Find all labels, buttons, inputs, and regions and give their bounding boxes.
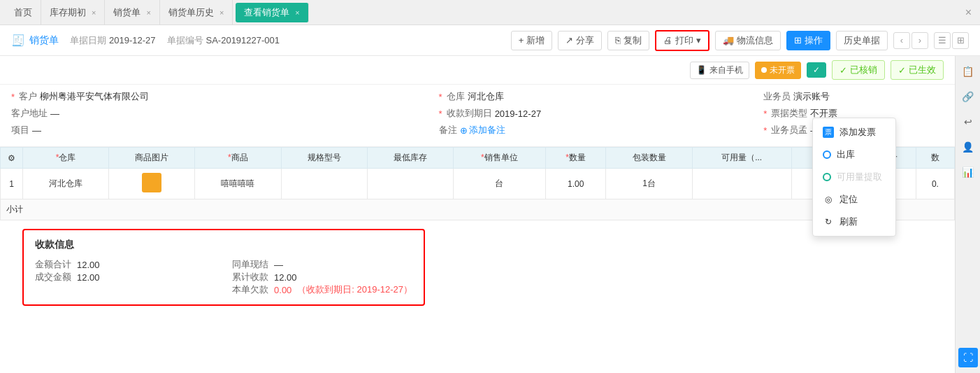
- secondary-toolbar: 📱 来自手机 未开票 ✓ ✓ 已核销 ✓ 已生效: [0, 56, 980, 85]
- operations-dropdown: 票 添加发票 出库 可用量提取 ◎ 定位 ↻ 刷新: [812, 118, 896, 237]
- payment-info-box: 收款信息 金额合计 12.00 成交金额 12.00 同单现结 —: [22, 229, 425, 306]
- pack-qty-col-header: 包装数量: [606, 148, 692, 169]
- global-close-button[interactable]: ×: [965, 6, 972, 19]
- subtotal-row: 小计: [1, 199, 955, 220]
- refresh-item[interactable]: ↻ 刷新: [813, 211, 895, 233]
- sales-order-icon: 🧾: [11, 34, 25, 47]
- new-button[interactable]: + 新增: [511, 31, 552, 50]
- product-col-header: *商品: [195, 148, 281, 169]
- logistics-button[interactable]: 🚚 物流信息: [715, 31, 781, 50]
- seq-cell: 1: [1, 169, 23, 199]
- project-field: 项目 —: [11, 124, 422, 136]
- doc-meta: 单据日期 2019-12-27 单据编号 SA-20191227-001: [70, 34, 280, 47]
- outbound-icon: [823, 150, 831, 159]
- print-icon: 🖨: [663, 35, 672, 45]
- warehouse-field: * 仓库 河北仓库: [439, 90, 747, 103]
- invoice-icon: 票: [823, 127, 834, 138]
- refresh-icon: ↻: [823, 216, 834, 227]
- from-phone-button[interactable]: 📱 来自手机: [690, 62, 749, 79]
- close-view-sales[interactable]: ×: [295, 8, 299, 17]
- min-stock-cell: [367, 169, 453, 199]
- tab-sales-history[interactable]: 销货单历史 ×: [160, 0, 233, 24]
- min-stock-col-header: 最低库存: [367, 148, 453, 169]
- image-cell: [109, 169, 195, 199]
- customer-field: * 客户 柳州粤港平安气体有限公司: [11, 90, 422, 103]
- doc-title-text: 销货单: [29, 34, 59, 47]
- check-icon: ✓: [813, 65, 820, 75]
- tab-home[interactable]: 首页: [6, 0, 41, 24]
- staff-field: 业务员 演示账号: [763, 90, 969, 103]
- ticket-required: *: [763, 108, 767, 119]
- cancelled-badge[interactable]: ✓ 已核销: [832, 60, 885, 80]
- add-invoice-item[interactable]: 票 添加发票: [813, 121, 895, 143]
- settings-col-header[interactable]: ⚙: [1, 148, 23, 169]
- deal-amount-row: 成交金额 12.00: [35, 271, 215, 283]
- customer-required: *: [11, 92, 15, 102]
- print-dropdown-arrow: ▾: [696, 35, 701, 45]
- overdue-row: 本单欠款 0.00 （收款到期日: 2019-12-27）: [232, 283, 412, 296]
- prev-arrow[interactable]: ‹: [893, 32, 910, 49]
- tab-inventory-init[interactable]: 库存期初 ×: [41, 0, 105, 24]
- copy-icon: ⎘: [615, 35, 621, 45]
- tab-sales-order[interactable]: 销货单 ×: [105, 0, 159, 24]
- locate-item[interactable]: ◎ 定位: [813, 188, 895, 211]
- nav-arrows: ‹ ›: [893, 32, 928, 49]
- subtotal-label-cell: 小计: [1, 199, 955, 220]
- history-button[interactable]: 历史单据: [836, 31, 888, 50]
- share-button[interactable]: ↗ 分享: [558, 31, 602, 50]
- quantity-col-header: *数量: [545, 148, 606, 169]
- warehouse-cell: 河北仓库: [23, 169, 109, 199]
- operations-button[interactable]: ⊞ 操作: [786, 31, 830, 50]
- total-amount-row: 金额合计 12.00: [35, 258, 215, 271]
- available-col-header: 可用量（...: [692, 148, 791, 169]
- phone-icon: 📱: [696, 65, 707, 75]
- operations-icon: ⊞: [794, 35, 802, 45]
- available-qty-icon: [823, 173, 831, 181]
- sidebar-icon-3[interactable]: ↩: [958, 112, 978, 132]
- note-field: 备注 ⊕ 添加备注: [439, 124, 747, 136]
- confirm-button[interactable]: ✓: [807, 62, 826, 78]
- not-opened-button[interactable]: 未开票: [755, 62, 801, 79]
- add-note-button[interactable]: ⊕ 添加备注: [460, 124, 505, 136]
- number-label: 单据编号 SA-20191227-001: [167, 34, 280, 47]
- staff2-required: *: [763, 125, 767, 136]
- payment-grid: 金额合计 12.00 成交金额 12.00 同单现结 — 累计收款: [35, 258, 412, 296]
- amount-cell: 0.: [916, 169, 954, 199]
- list-view-icon[interactable]: ☰: [934, 32, 951, 49]
- amount-col-header: 数: [916, 148, 954, 169]
- copy-button[interactable]: ⎘ 复制: [607, 31, 649, 50]
- sidebar-icon-5[interactable]: 📊: [958, 162, 978, 182]
- sidebar-icon-2[interactable]: 🔗: [958, 87, 978, 106]
- outbound-item[interactable]: 出库: [813, 143, 895, 166]
- warehouse-col-header: *仓库: [23, 148, 109, 169]
- table-row: 1 河北仓库 嘻嘻嘻嘻 台 1.00 1台 12.00 0.: [1, 169, 955, 199]
- main-content: 📱 来自手机 未开票 ✓ ✓ 已核销 ✓ 已生效 * 客户 柳州粤港平安气体有限…: [0, 56, 980, 373]
- close-sales-history[interactable]: ×: [219, 8, 224, 17]
- logistics-icon: 🚚: [723, 35, 734, 45]
- grid-view-icon[interactable]: ⊞: [952, 32, 969, 49]
- payment-date-field: * 收款到期日 2019-12-27: [439, 107, 747, 120]
- sales-unit-cell: 台: [453, 169, 545, 199]
- next-arrow[interactable]: ›: [911, 32, 928, 49]
- doc-actions: + 新增 ↗ 分享 ⎘ 复制 🖨 打印 ▾ 🚚 物流信息 ⊞ 操作 历史单据 ‹…: [511, 30, 969, 51]
- sidebar-icon-4[interactable]: 👤: [958, 137, 978, 157]
- effective-badge[interactable]: ✓ 已生效: [891, 60, 944, 80]
- product-image: [142, 173, 161, 192]
- cumulative-row: 累计收款 12.00: [232, 271, 412, 283]
- tab-view-sales[interactable]: 查看销货单 ×: [236, 3, 308, 22]
- quantity-cell: 1.00: [545, 169, 606, 199]
- payment-title: 收款信息: [35, 239, 412, 251]
- close-sales-order[interactable]: ×: [146, 8, 150, 17]
- doc-title-area: 🧾 销货单: [11, 34, 59, 47]
- customer-addr-field: 客户地址 —: [11, 107, 422, 120]
- available-qty-item[interactable]: 可用量提取: [813, 166, 895, 188]
- sidebar-icon-1[interactable]: 📋: [958, 62, 978, 81]
- pack-qty-cell: 1台: [606, 169, 692, 199]
- sidebar-expand-icon[interactable]: ⛶: [958, 348, 978, 367]
- spec-cell: [281, 169, 367, 199]
- locate-icon: ◎: [823, 194, 834, 205]
- view-icons: ☰ ⊞: [934, 32, 969, 49]
- print-button[interactable]: 🖨 打印 ▾: [655, 30, 709, 51]
- check-circle-icon: ✓: [840, 65, 847, 76]
- close-inventory-init[interactable]: ×: [92, 8, 96, 17]
